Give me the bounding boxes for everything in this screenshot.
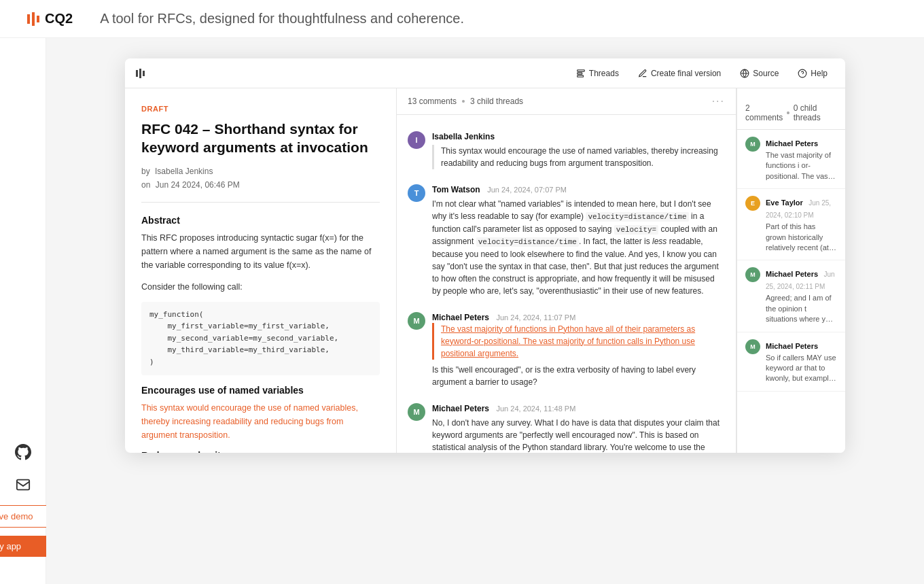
thread-text: The vast majority of functions i or-posi… <box>766 150 837 182</box>
doc-author: by Isabella Jenkins <box>141 167 380 176</box>
abstract-title: Abstract <box>141 215 380 226</box>
logo-bar-2 <box>32 12 35 26</box>
consider-text: Consider the following call: <box>141 280 380 294</box>
comments-count: 13 comments <box>408 97 457 106</box>
toolbar-logo <box>136 69 145 78</box>
thread-text: Agreed; and I am of the opinion t situat… <box>766 293 837 324</box>
thread-avatar: M <box>745 339 760 354</box>
comment-highlighted-orange: The vast majority of functions in Python… <box>432 323 725 360</box>
thread-text: So if callers MAY use keyword ar that to… <box>766 353 837 384</box>
comments-more-button[interactable]: ··· <box>712 95 725 107</box>
comment-text-orange: The vast majority of functions in Python… <box>441 323 725 360</box>
comment-avatar: T <box>408 184 425 202</box>
comment-body: Michael Peters Jun 24, 2024, 11:07 PM Th… <box>432 311 725 388</box>
thread-text: Part of this has grown historically rela… <box>766 222 837 253</box>
threads-child-count: 0 child threads <box>794 103 837 122</box>
source-button[interactable]: Source <box>733 65 785 82</box>
comment-text: No, I don't have any survey. What I do h… <box>432 417 725 453</box>
comment-author: Tom Watson <box>432 185 480 194</box>
doc-divider <box>141 202 380 203</box>
comment-author: Michael Peters <box>432 313 489 322</box>
comment-avatar: I <box>408 131 425 149</box>
svg-rect-2 <box>578 72 582 73</box>
threads-panel: 2 comments 0 child threads M Michael Pet… <box>736 88 845 453</box>
thread-item: E Eve Taylor Jun 25, 2024, 02:10 PM Part… <box>737 189 845 260</box>
comment-text: Is this "well encouraged", or is the ext… <box>432 364 725 388</box>
toolbar-logo-bar-2 <box>139 69 141 78</box>
comment-text: This syntax would encourage the use of n… <box>441 145 725 169</box>
content-area: Threads Create final version Source Help <box>46 38 924 584</box>
logo-text: CQ2 <box>45 11 73 27</box>
comment-body: Michael Peters Jun 24, 2024, 11:48 PM No… <box>432 402 725 453</box>
comments-dot <box>462 100 465 103</box>
header: CQ2 A tool for RFCs, designed for though… <box>0 0 924 38</box>
try-app-label: Try app <box>0 541 21 551</box>
logo-bar-3 <box>37 16 39 22</box>
comment-time: Jun 24, 2024, 07:07 PM <box>487 186 567 194</box>
comment-time: Jun 24, 2024, 11:07 PM <box>497 313 576 322</box>
toolbar-logo-bar-3 <box>143 71 145 76</box>
comment-item: I Isabella Jenkins This syntax would enc… <box>397 123 736 176</box>
help-button[interactable]: Help <box>791 65 834 82</box>
threads-button[interactable]: Threads <box>569 65 626 82</box>
thread-author: Michael Peters <box>766 139 818 148</box>
comment-item: M Michael Peters Jun 24, 2024, 11:07 PM … <box>397 304 736 395</box>
threads-header: 2 comments 0 child threads <box>737 97 845 130</box>
code-content: my_function( my_first_variable=my_first_… <box>149 309 372 368</box>
sidebar: Live demo → Try app → <box>0 38 46 584</box>
abstract-text: This RFC proposes introducing syntactic … <box>141 231 380 272</box>
thread-item: M Michael Peters The vast majority of fu… <box>737 130 845 189</box>
pub-date: Jun 24 2024, 06:46 PM <box>156 180 240 190</box>
thread-avatar: E <box>745 196 760 211</box>
app-toolbar: Threads Create final version Source Help <box>125 58 845 88</box>
comments-header: 13 comments 3 child threads ··· <box>397 88 736 115</box>
thread-item: M Michael Peters So if callers MAY use k… <box>737 332 845 392</box>
on-label: on <box>141 180 150 190</box>
logo-bar-1 <box>27 14 30 24</box>
thread-body: Michael Peters The vast majority of func… <box>766 137 837 182</box>
threads-dot <box>787 111 789 114</box>
comment-time: Jun 24, 2024, 11:48 PM <box>497 405 576 413</box>
thread-avatar: M <box>745 267 760 282</box>
threads-comments-count: 2 comments <box>745 103 783 122</box>
section1-highlight: This syntax would encourage the use of n… <box>141 401 380 442</box>
comment-author: Isabella Jenkins <box>432 132 495 141</box>
comments-list: I Isabella Jenkins This syntax would enc… <box>397 115 736 453</box>
threads-label: Threads <box>589 69 619 78</box>
thread-body: Michael Peters Jun 25, 2024, 02:11 PM Ag… <box>766 267 837 324</box>
code-block: my_function( my_first_variable=my_first_… <box>141 302 380 375</box>
thread-body: Michael Peters So if callers MAY use key… <box>766 339 837 384</box>
doc-date: on Jun 24 2024, 06:46 PM <box>141 180 380 190</box>
comment-avatar: M <box>408 312 425 330</box>
create-final-version-button[interactable]: Create final version <box>631 65 728 82</box>
github-icon[interactable] <box>11 440 35 464</box>
app-body: DRAFT RFC 042 – Shorthand syntax for key… <box>125 88 845 453</box>
comment-highlighted: This syntax would encourage the use of n… <box>432 145 725 169</box>
live-demo-label: Live demo <box>0 511 33 521</box>
author-name: Isabella Jenkins <box>155 167 213 176</box>
create-final-version-label: Create final version <box>651 69 721 78</box>
comments-panel: 13 comments 3 child threads ··· I Isabel… <box>397 88 736 453</box>
logo: CQ2 <box>27 11 73 27</box>
comment-author: Michael Peters <box>432 404 489 413</box>
section2-title: Reduces verbosity <box>141 450 380 453</box>
thread-author: Eve Taylor <box>766 199 803 207</box>
comment-text: I'm not clear what "named variables" is … <box>432 198 725 297</box>
logo-icon <box>27 12 39 26</box>
svg-rect-1 <box>578 69 585 71</box>
comment-avatar: M <box>408 403 425 421</box>
header-tagline: A tool for RFCs, designed for thoughtful… <box>100 11 464 27</box>
comment-item: T Tom Watson Jun 24, 2024, 07:07 PM I'm … <box>397 176 736 304</box>
source-label: Source <box>753 69 779 78</box>
svg-rect-3 <box>578 75 584 76</box>
comment-body: Isabella Jenkins This syntax would encou… <box>432 130 725 169</box>
toolbar-logo-bar-1 <box>136 70 138 77</box>
comment-item: M Michael Peters Jun 24, 2024, 11:48 PM … <box>397 395 736 453</box>
thread-author: Michael Peters <box>766 270 818 278</box>
thread-author: Michael Peters <box>766 342 818 350</box>
mail-icon[interactable] <box>11 473 35 497</box>
doc-title: RFC 042 – Shorthand syntax for keyword a… <box>141 120 380 157</box>
thread-avatar: M <box>745 137 760 152</box>
doc-draft-label: DRAFT <box>141 105 380 113</box>
svg-rect-0 <box>16 480 29 490</box>
